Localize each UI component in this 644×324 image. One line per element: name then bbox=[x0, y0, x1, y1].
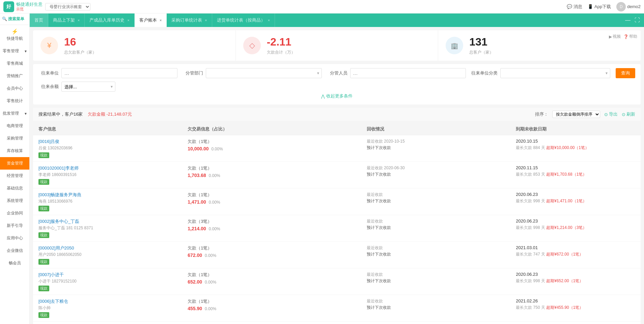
sidebar-item-app-center[interactable]: 应用中心 bbox=[0, 232, 29, 244]
sidebar-item-basic-info[interactable]: 基础信息 bbox=[0, 182, 29, 195]
recovery-label-c4: 预计下次收款 bbox=[367, 225, 516, 231]
recovery-date-c4: 最近收款 bbox=[367, 218, 516, 224]
tab-minimize-btn[interactable]: — bbox=[624, 17, 632, 24]
tab-customer-account-label: 客户账本 bbox=[139, 17, 157, 23]
sidebar-item-enterprise-wechat[interactable]: 企业微信 bbox=[0, 244, 29, 257]
customer-sub-c6: 小进干 18279152100 bbox=[38, 278, 188, 284]
close-icon[interactable]: × bbox=[205, 18, 207, 22]
tab-products-up-down[interactable]: 商品上下架 × bbox=[48, 13, 85, 27]
balance-select-wrapper[interactable]: 选择... bbox=[61, 82, 115, 92]
recovery-label-c1: 预计下次收款 bbox=[367, 145, 516, 151]
recovery-label-c3: 预计下次收款 bbox=[367, 198, 516, 204]
close-icon[interactable]: × bbox=[160, 18, 162, 22]
sidebar-item-retail-store[interactable]: 零售商城 bbox=[0, 57, 29, 70]
recovery-c1: 最近收款 2020-10-15 预计下次收款 bbox=[367, 139, 516, 151]
customer-name-c4[interactable]: [0002]服务中心_丁磊 bbox=[38, 218, 188, 225]
result-text: 搜索结果中，客户16家 欠款金额 -21,148.07元 bbox=[38, 111, 132, 117]
message-btn[interactable]: 💬 消息 bbox=[567, 4, 582, 10]
customer-name-c3[interactable]: [0003]畅捷服务尹海燕 bbox=[38, 192, 188, 198]
tab-inbound-stats[interactable]: 进货单统计表（按商品） × bbox=[212, 13, 275, 27]
dept-select-wrapper[interactable] bbox=[206, 68, 322, 78]
export-btn[interactable]: ⊙ 导出 bbox=[604, 111, 618, 117]
recovery-c4: 最近收款 预计下次收款 bbox=[367, 218, 516, 231]
collapse-button[interactable]: ⋀ 收起更多条件 bbox=[321, 93, 353, 99]
customer-sub-c3: 海燕 18513066976 bbox=[38, 199, 188, 204]
tab-customer-account[interactable]: 客户账本 × bbox=[135, 13, 167, 27]
company-select[interactable]: 母婴行业演示账套 bbox=[45, 3, 90, 10]
tab-home[interactable]: 首页 bbox=[30, 13, 48, 27]
recovery-c6: 最近收款 预计下次收款 bbox=[367, 272, 516, 284]
customer-name-c1[interactable]: [0016]吕俊 bbox=[38, 139, 188, 145]
customer-name-c5[interactable]: [000002]用户2050 bbox=[38, 245, 188, 251]
debt-count-c4: 欠款（3笔） bbox=[188, 218, 367, 225]
close-icon[interactable]: × bbox=[127, 18, 129, 22]
overdue-date-c7: 2021.02.26 bbox=[516, 298, 635, 303]
sidebar-item-enterprise-collab[interactable]: 企业协同 bbox=[0, 207, 29, 219]
tab-home-label: 首页 bbox=[34, 17, 43, 23]
sidebar-item-new-user[interactable]: 新手引导 bbox=[0, 219, 29, 232]
overdue-amount-c7[interactable]: 超期¥455.90（1笔） bbox=[546, 305, 583, 310]
sidebar-item-inventory[interactable]: 库存核算 bbox=[0, 145, 29, 157]
topbar-right: 💬 消息 📱 App下载 D demo2 bbox=[567, 2, 641, 11]
app-download-btn[interactable]: 📱 App下载 bbox=[588, 4, 611, 10]
overdue-amount-c5[interactable]: 超期¥672.00（1笔） bbox=[546, 252, 583, 257]
sort-select[interactable]: 按欠款金额倒序排序 bbox=[552, 111, 600, 118]
unit-category-select[interactable] bbox=[500, 68, 610, 78]
debt-amount-c6: 652.00 bbox=[188, 279, 202, 285]
overdue-amount-c4[interactable]: 超期¥1,214.00（3笔） bbox=[546, 225, 587, 230]
sidebar-item-retail-stats[interactable]: 零售统计 bbox=[0, 95, 29, 107]
stat-card-debt-total: ◇ -2.11 欠款合计（万） bbox=[236, 30, 439, 61]
customer-name-c2[interactable]: [0001020001]李老师 bbox=[38, 165, 188, 171]
sidebar-item-purchase[interactable]: 采购管理 bbox=[0, 132, 29, 145]
tab-products-inbound[interactable]: 产成品入库单历史 × bbox=[85, 13, 134, 27]
sidebar-item-batch-mgmt[interactable]: 批发管理 ▾ bbox=[0, 107, 29, 120]
sidebar-item-operations[interactable]: 经营管理 bbox=[0, 170, 29, 182]
chevron-down-icon: ▾ bbox=[25, 49, 27, 54]
customer-name-c6[interactable]: [0007]小进干 bbox=[38, 272, 188, 278]
customer-name-c7[interactable]: [0006]去下粮仓 bbox=[38, 298, 188, 304]
sidebar-item-marketing[interactable]: 营销推广 bbox=[0, 70, 29, 82]
overdue-days-c2: 最长欠款 853 天 超期¥1,703.68（1笔） bbox=[516, 172, 635, 177]
overdue-amount-c6[interactable]: 超期¥652.00（1笔） bbox=[546, 278, 583, 283]
sidebar-item-finance[interactable]: 资金管理 bbox=[0, 157, 29, 170]
overdue-amount-c3[interactable]: 超期¥1,471.00（1笔） bbox=[546, 199, 587, 203]
overdue-amount-c2[interactable]: 超期¥1,703.68（1笔） bbox=[546, 172, 587, 177]
sidebar-item-quick-nav[interactable]: ⚡ 快捷导航 bbox=[0, 25, 29, 45]
dots-icon: ... bbox=[64, 70, 69, 76]
close-icon[interactable]: × bbox=[268, 18, 270, 22]
overdue-amount-c1[interactable]: 超期¥10,000.00（1笔） bbox=[546, 145, 589, 150]
tab-maximize-btn[interactable]: ⛶ bbox=[633, 17, 641, 24]
video-btn[interactable]: ▶ 视频 bbox=[609, 34, 621, 39]
dept-select[interactable] bbox=[206, 68, 322, 78]
source-unit-input[interactable]: ... bbox=[61, 68, 177, 78]
sidebar-item-vip[interactable]: 畅会员 bbox=[0, 257, 29, 269]
refresh-btn[interactable]: ⊙ 刷新 bbox=[622, 111, 635, 117]
sidebar-item-retail-mgmt[interactable]: 零售管理 ▾ bbox=[0, 45, 29, 57]
unit-category-select-wrapper[interactable] bbox=[500, 68, 610, 78]
overdue-c7: 2021.02.26 最长欠款 750 天 超期¥455.90（1笔） bbox=[516, 298, 635, 311]
chevron-down-icon: ▾ bbox=[25, 111, 27, 116]
debt-text: 欠款金额 -21,148.07元 bbox=[88, 112, 132, 117]
sidebar-search[interactable]: 🔍 搜索菜单 bbox=[0, 13, 29, 25]
sidebar-item-system[interactable]: 系统管理 bbox=[0, 195, 29, 207]
person-label: 分管人员 bbox=[327, 70, 347, 76]
table-row: [000001]黄思源 黄思源 13552700226 现款 欠款（1笔） 42… bbox=[33, 322, 641, 324]
sidebar-item-members[interactable]: 会员中心 bbox=[0, 82, 29, 95]
user-area[interactable]: D demo2 bbox=[616, 2, 641, 11]
debt-percent-c1: 0.00% bbox=[212, 147, 223, 151]
tab-purchase-stats[interactable]: 采购订单统计表 × bbox=[167, 13, 212, 27]
recovery-c2: 最近收款 2020-06-30 预计下次收款 bbox=[367, 165, 516, 177]
help-btn[interactable]: ❓ 帮助 bbox=[623, 34, 637, 39]
search-icon: 🔍 bbox=[2, 17, 7, 21]
tag-xianjin-c1: 现款 bbox=[38, 152, 49, 158]
svg-text:¥: ¥ bbox=[47, 41, 52, 50]
search-button[interactable]: 查询 bbox=[616, 68, 635, 78]
filter-area: 往来单位 ... 分管部门 分管人员 bbox=[33, 64, 641, 105]
debt-count-c1: 欠款（1笔） bbox=[188, 139, 367, 145]
tab-purchase-stats-label: 采购订单统计表 bbox=[171, 17, 202, 23]
person-input[interactable]: ... bbox=[350, 68, 466, 78]
sidebar-item-ecommerce[interactable]: 电商管理 bbox=[0, 120, 29, 132]
balance-select[interactable]: 选择... bbox=[61, 82, 115, 92]
close-icon[interactable]: × bbox=[78, 18, 80, 22]
filter-unit-category: 往来单位分类 bbox=[471, 68, 610, 78]
